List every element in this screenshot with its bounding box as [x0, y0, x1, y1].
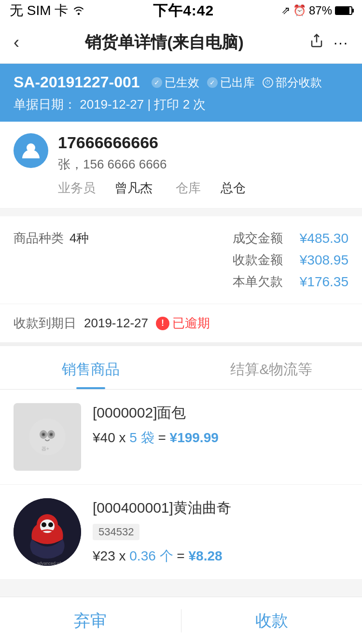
page-title: 销货单详情(来自电脑) — [85, 31, 244, 54]
debt-row: 本单欠款 ¥176.35 — [233, 273, 348, 290]
overdue-icon: ! — [156, 317, 169, 330]
svg-text:器+: 器+ — [42, 446, 49, 451]
product-thumb-1: 器+ — [14, 403, 81, 471]
stats-left: 商品种类 4种 — [14, 230, 89, 247]
product-sku-2: 534532 — [93, 524, 139, 540]
stats-section: 商品种类 4种 成交金额 ¥485.30 收款金额 ¥308.95 本单欠款 ¥… — [0, 216, 362, 304]
share-icon[interactable] — [309, 33, 324, 51]
check-icon-1: ✓ — [152, 77, 162, 88]
tab-settlement-logistics[interactable]: 结算&物流等 — [181, 346, 362, 389]
overdue-text: 已逾期 — [172, 315, 210, 332]
more-icon[interactable]: ··· — [334, 34, 348, 51]
customer-account: 17666666666 — [58, 133, 348, 152]
customer-phone: 张，156 6666 6666 — [58, 156, 348, 173]
svg-point-14 — [48, 522, 53, 527]
banner-top: SA-20191227-001 ✓ 已生效 ✓ 已出库 ⏱ 部分收款 — [14, 73, 348, 91]
overdue-badge: ! 已逾期 — [156, 315, 210, 332]
banner-date: 单据日期： 2019-12-27 | 打印 2 次 — [14, 96, 348, 113]
due-date: 2019-12-27 — [84, 316, 148, 331]
svg-point-13 — [42, 522, 46, 527]
status-bar: 无 SIM 卡 下午4:42 ⇗ ⏰ 87% — [0, 0, 362, 21]
product-price-1: ¥40 x 5 袋 = ¥199.99 — [93, 429, 348, 447]
tab-sales-products[interactable]: 销售商品 — [0, 346, 181, 389]
deal-amount-row: 成交金额 ¥485.30 — [233, 230, 348, 247]
back-button[interactable]: ‹ — [14, 32, 19, 53]
tabs-section: 销售商品 结算&物流等 — [0, 346, 362, 390]
header-banner: SA-20191227-001 ✓ 已生效 ✓ 已出库 ⏱ 部分收款 单据日期：… — [0, 64, 362, 122]
order-id: SA-20191227-001 — [14, 73, 140, 91]
nav-bar: ‹ 销货单详情(来自电脑) ··· — [0, 21, 362, 64]
payment-button[interactable]: 收款 — [181, 600, 362, 642]
product-item: 器+ [0000002]面包 ¥40 x 5 袋 = ¥199.99 — [0, 390, 362, 485]
clock-icon: ⏱ — [263, 77, 273, 88]
product-item-2: advanced whale [000400001]黄油曲奇 534532 ¥2… — [0, 485, 362, 580]
customer-section: 17666666666 张，156 6666 6666 业务员 曾凡杰 仓库 总… — [0, 122, 362, 209]
carrier-label: 无 SIM 卡 — [10, 1, 68, 20]
cancel-review-button[interactable]: 弃审 — [0, 600, 181, 642]
product-name-2: [000400001]黄油曲奇 — [93, 498, 348, 518]
due-section: 收款到期日 2019-12-27 ! 已逾期 — [0, 304, 362, 346]
battery-label: 87% — [309, 4, 332, 17]
battery-icon — [335, 6, 352, 15]
received-amount-row: 收款金额 ¥308.95 — [233, 252, 348, 268]
status-right: ⇗ ⏰ 87% — [281, 4, 352, 17]
product-list: 器+ [0000002]面包 ¥40 x 5 袋 = ¥199.99 — [0, 390, 362, 580]
product-thumb-2: advanced whale — [14, 498, 81, 566]
check-icon-2: ✓ — [207, 77, 218, 88]
product-info-2: [000400001]黄油曲奇 534532 ¥23 x 0.36 个 = ¥8… — [93, 498, 348, 565]
svg-point-8 — [50, 434, 52, 435]
status-left: 无 SIM 卡 — [10, 1, 85, 20]
badge-partial-payment: ⏱ 部分收款 — [263, 75, 322, 90]
bottom-bar: 弃审 收款 — [0, 597, 362, 644]
due-label: 收款到期日 — [14, 315, 76, 332]
badge-effective: ✓ 已生效 — [152, 75, 199, 90]
customer-avatar — [14, 133, 48, 168]
product-types-value: 4种 — [70, 230, 89, 247]
product-types-label: 商品种类 — [14, 230, 64, 247]
svg-text:advanced whale: advanced whale — [37, 561, 68, 566]
wifi-icon — [72, 3, 85, 18]
product-price-2: ¥23 x 0.36 个 = ¥8.28 — [93, 547, 348, 565]
customer-info: 17666666666 张，156 6666 6666 业务员 曾凡杰 仓库 总… — [58, 133, 348, 196]
customer-meta: 业务员 曾凡杰 仓库 总仓 — [58, 180, 348, 196]
alarm-icon: ⏰ — [293, 4, 306, 17]
location-icon: ⇗ — [281, 4, 290, 17]
svg-point-7 — [42, 434, 44, 435]
nav-actions: ··· — [309, 33, 348, 51]
banner-badges: ✓ 已生效 ✓ 已出库 ⏱ 部分收款 — [152, 75, 322, 90]
badge-shipped: ✓ 已出库 — [207, 75, 255, 90]
time-label: 下午4:42 — [153, 1, 214, 21]
stats-right: 成交金额 ¥485.30 收款金额 ¥308.95 本单欠款 ¥176.35 — [233, 230, 348, 290]
product-info-1: [0000002]面包 ¥40 x 5 袋 = ¥199.99 — [93, 403, 348, 447]
product-name-1: [0000002]面包 — [93, 403, 348, 423]
